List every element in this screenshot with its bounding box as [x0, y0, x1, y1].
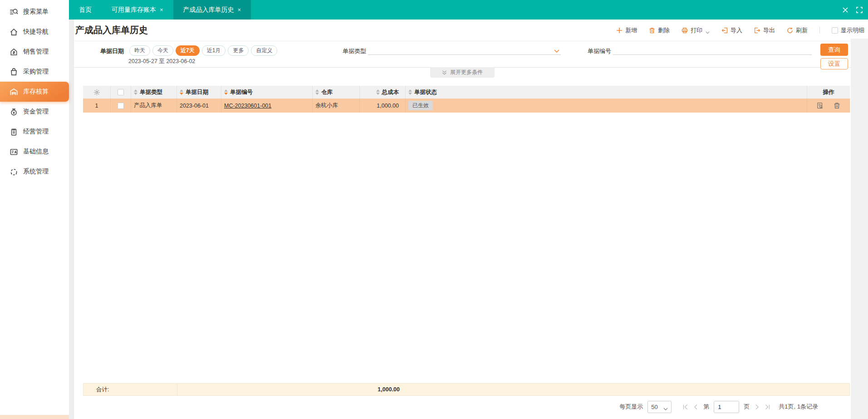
sidebar-item-label: 销售管理 [23, 48, 49, 56]
column-header-doc-no[interactable]: 单据编号 [221, 86, 313, 99]
sort-icon[interactable] [134, 89, 137, 95]
sidebar-item-inventory[interactable]: 库存核算 [0, 82, 69, 102]
trash-icon [649, 27, 655, 34]
column-header-warehouse[interactable]: 仓库 [313, 86, 360, 99]
sidebar-item-purchase[interactable]: 采购管理 [0, 62, 69, 82]
page-size-label: 每页显示 [619, 403, 643, 411]
view-detail-icon[interactable] [817, 102, 824, 109]
tab-available-stock-ledger[interactable]: 可用量库存账本 × [102, 0, 173, 20]
window-controls [842, 0, 863, 20]
export-button[interactable]: 导出 [754, 26, 775, 35]
purchase-bag-icon [10, 68, 18, 76]
sort-icon[interactable] [180, 89, 183, 95]
plus-icon [616, 27, 623, 34]
add-button[interactable]: 新增 [616, 26, 637, 35]
delete-button[interactable]: 删除 [649, 26, 670, 35]
clipboard-icon [10, 128, 18, 136]
sort-icon[interactable] [315, 89, 319, 95]
tabs-bar: 首页 可用量库存账本 × 产成品入库单历史 × [69, 0, 868, 20]
prev-page-icon[interactable] [693, 404, 699, 410]
last-page-icon[interactable] [765, 404, 770, 410]
show-detail-checkbox[interactable] [832, 27, 838, 34]
pagination-total-text: 共1页, 1条记录 [779, 403, 818, 411]
date-pill-today[interactable]: 今天 [152, 45, 173, 56]
tab-close-icon[interactable]: × [160, 6, 163, 13]
row-warehouse: 余杭小库 [313, 99, 360, 113]
page-number-input[interactable] [714, 401, 739, 413]
date-pill-more[interactable]: 更多 [228, 45, 249, 56]
date-pill-custom[interactable]: 自定义 [251, 45, 277, 56]
sidebar-item-label: 系统管理 [23, 168, 49, 176]
import-button[interactable]: 导入 [721, 26, 742, 35]
sidebar-item-quick-nav[interactable]: 快捷导航 [0, 22, 69, 42]
date-quick-pills: 昨天 今天 近7天 近1月 更多 自定义 [129, 45, 277, 56]
first-page-icon[interactable] [682, 404, 688, 410]
tab-label: 可用量库存账本 [112, 6, 156, 14]
delete-label: 删除 [658, 26, 670, 35]
app-root: 搜索菜单 快捷导航 销售管理 采购管理 库存核算 [0, 0, 868, 419]
import-label: 导入 [731, 26, 742, 35]
row-checkbox[interactable] [118, 103, 124, 109]
pagination: 每页显示 50 第 [83, 400, 851, 414]
doc-type-select[interactable] [368, 43, 561, 55]
column-settings-gear-icon[interactable] [93, 89, 100, 96]
page-header: 产成品入库单历史 新增 删除 [74, 20, 868, 41]
toolbar: 新增 删除 打印 [616, 26, 864, 35]
summary-total-cost: 1,000.00 [360, 386, 406, 393]
refresh-icon [787, 27, 793, 34]
info-card-icon [10, 148, 18, 156]
show-detail-label: 显示明细 [841, 26, 864, 35]
sidebar-item-label: 搜索菜单 [23, 8, 49, 16]
sidebar-item-funds[interactable]: 资金管理 [0, 102, 69, 122]
tab-close-icon[interactable]: × [238, 6, 241, 13]
column-header-status[interactable]: 单据状态 [406, 86, 807, 99]
close-icon[interactable] [842, 7, 848, 13]
delete-row-icon[interactable] [834, 102, 840, 109]
sidebar-item-label: 库存核算 [23, 88, 49, 96]
tab-home[interactable]: 首页 [69, 0, 102, 20]
tab-finished-goods-inbound-history[interactable]: 产成品入库单历史 × [173, 0, 251, 20]
page-size-value: 50 [651, 404, 657, 410]
query-button[interactable]: 查询 [820, 44, 848, 56]
filter-panel: 单据日期 昨天 今天 近7天 近1月 更多 自定义 2023-05-27 至 2… [74, 41, 851, 68]
sidebar-item-system[interactable]: 系统管理 [0, 162, 69, 182]
sidebar-item-basic-info[interactable]: 基础信息 [0, 142, 69, 162]
sidebar-item-operations[interactable]: 经营管理 [0, 122, 69, 142]
sidebar-item-search-menu[interactable]: 搜索菜单 [0, 2, 69, 22]
sidebar-item-label: 基础信息 [23, 148, 49, 156]
doc-no-link[interactable]: MC-20230601-001 [224, 103, 271, 109]
doc-no-filter-label: 单据编号 [588, 47, 611, 55]
print-button[interactable]: 打印 [682, 26, 710, 35]
table-header: 单据类型 单据日期 单据编号 仓库 [83, 86, 850, 99]
page-prefix: 第 [703, 403, 709, 411]
page-size-select[interactable]: 50 [647, 401, 672, 413]
sort-icon[interactable] [408, 89, 412, 95]
sidebar-item-sales[interactable]: 销售管理 [0, 42, 69, 62]
warehouse-icon [10, 88, 18, 96]
row-index: 1 [83, 99, 111, 113]
sidebar-bottom-strip [0, 415, 69, 419]
fullscreen-icon[interactable] [856, 7, 863, 13]
sort-icon[interactable] [376, 89, 380, 95]
sidebar-divider [69, 20, 74, 419]
select-all-checkbox[interactable] [118, 89, 124, 95]
refresh-button[interactable]: 刷新 [787, 26, 808, 35]
show-detail-toggle[interactable]: 显示明细 [832, 26, 864, 35]
date-pill-last-month[interactable]: 近1月 [202, 45, 226, 56]
refresh-label: 刷新 [796, 26, 808, 35]
export-icon [754, 27, 760, 34]
summary-label: 合计: [83, 384, 177, 395]
doc-no-input[interactable] [613, 43, 812, 55]
next-page-icon[interactable] [754, 404, 760, 410]
column-header-doc-date[interactable]: 单据日期 [177, 86, 221, 99]
date-pill-yesterday[interactable]: 昨天 [129, 45, 150, 56]
export-label: 导出 [763, 26, 775, 35]
date-pill-last7days[interactable]: 近7天 [176, 45, 200, 56]
table-row[interactable]: 1 产品入库单 2023-06-01 MC-20230601-001 余杭小库 … [83, 99, 850, 113]
column-header-total-cost[interactable]: 总成本 [360, 86, 406, 99]
column-header-doc-type[interactable]: 单据类型 [131, 86, 177, 99]
doc-type-chevron-icon[interactable] [554, 47, 559, 50]
chevron-down-icon [706, 29, 710, 32]
sidebar-item-label: 采购管理 [23, 68, 49, 76]
sort-icon[interactable] [224, 89, 228, 95]
